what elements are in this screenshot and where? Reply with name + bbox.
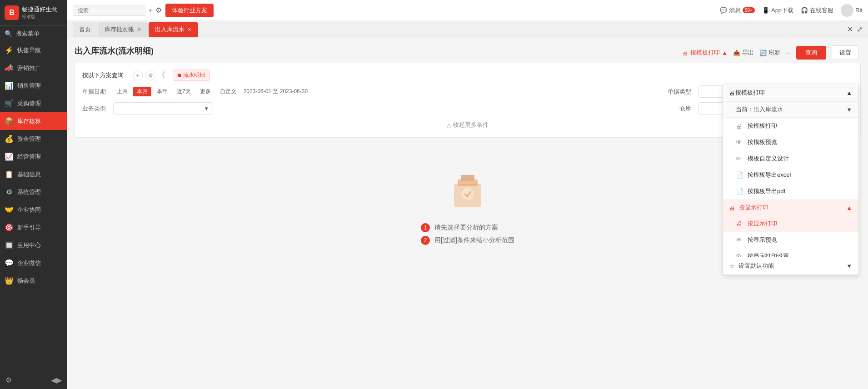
tabbar: 首页 库存批次账 ✕ 出入库流水 ✕ ✕ ⤢: [67, 21, 868, 38]
message-button[interactable]: 💬 消息 99+: [720, 6, 755, 15]
industry-solution-button[interactable]: 体验行业方案: [165, 4, 214, 17]
query-button[interactable]: 查询: [796, 46, 826, 60]
date-btn-7days[interactable]: 近7天: [173, 87, 195, 96]
message-icon: 💬: [720, 7, 727, 14]
empty-illustration: [445, 170, 490, 216]
template-print-icon: 🖨: [736, 122, 744, 130]
dropdown-item-template-print[interactable]: 🖨 按模板打印: [723, 118, 858, 134]
settings-icon[interactable]: ⚙: [5, 376, 12, 384]
toolbar: 🖨 按模板打印 ▲ 📤 导出 🔄 刷新 ··· 查询 设置: [683, 45, 859, 60]
dropdown-item-display-print[interactable]: 🖨 按显示打印: [723, 215, 858, 232]
dropdown-item-template-pdf[interactable]: 📄 按模板导出pdf: [723, 183, 858, 199]
tab-batch-account[interactable]: 库存批次账 ✕: [98, 22, 148, 37]
topbar-search-input[interactable]: [73, 5, 145, 16]
logo-text: 畅捷通好生意 标准版: [22, 5, 57, 20]
app-logo: B 畅捷通好生意 标准版: [0, 0, 67, 26]
empty-step-2: 2 用[过滤]条件来缩小分析范围: [421, 236, 514, 245]
operation-icon: 📈: [5, 152, 14, 161]
sidebar-item-wechat[interactable]: 💬 企业微信: [0, 254, 67, 272]
filter-tag[interactable]: 流水明细: [173, 70, 210, 81]
filter-gear-button[interactable]: ⚙: [145, 70, 155, 80]
svg-point-3: [461, 188, 474, 200]
member-icon: 👑: [5, 276, 14, 285]
sidebar-bottom: ⚙ ◀▶: [0, 371, 67, 389]
sidebar-item-basic[interactable]: 📋 基础信息: [0, 165, 67, 183]
phone-icon: 📱: [762, 7, 769, 14]
topbar: ▾ ⚙ 体验行业方案 💬 消息 99+ 📱 App下载 🎧 在线客服 Rit: [67, 0, 868, 21]
sidebar-item-finance[interactable]: 💰 资金管理: [0, 130, 67, 148]
close-window-icon[interactable]: ✕: [847, 25, 853, 34]
sidebar-item-quick-nav[interactable]: ⚡ 快捷导航: [0, 41, 67, 59]
dropdown-item-template-design[interactable]: ✏ 模板自定义设计: [723, 150, 858, 167]
marketing-icon: 📣: [5, 64, 14, 72]
business-type-select[interactable]: ▾: [113, 102, 213, 115]
user-avatar[interactable]: Rit: [841, 4, 863, 17]
expand-window-icon[interactable]: ⤢: [857, 25, 863, 34]
system-icon: ⚙: [5, 188, 14, 196]
date-btn-more[interactable]: 更多: [196, 87, 215, 96]
expand-arrow-icon: ▲: [722, 50, 728, 56]
display-settings-icon: ⚙: [736, 253, 744, 257]
display-print-item-icon: 🖨: [736, 220, 744, 227]
filter-add-button[interactable]: +: [133, 70, 143, 80]
dropdown-item-display-preview[interactable]: 👁 按显示预览: [723, 232, 858, 248]
sidebar: B 畅捷通好生意 标准版 🔍 搜索菜单 ⚡ 快捷导航 📣 营销推广 📊 销售管理…: [0, 0, 67, 389]
display-print-icon: 🖨: [729, 204, 735, 211]
date-btn-this-month[interactable]: 本月: [133, 87, 151, 96]
dropdown-item-display-settings[interactable]: ⚙ 按显示打印设置: [723, 248, 858, 257]
filter-collapse-button[interactable]: 《: [158, 70, 165, 80]
dropdown-item-template-preview[interactable]: 👁 按模板预览: [723, 134, 858, 150]
date-btn-this-year[interactable]: 本年: [153, 87, 171, 96]
page-content: 出入库流水(流水明细) 🖨 按模板打印 ▲ 📤 导出 🔄 刷新 ··· 查询 设…: [67, 38, 868, 389]
settings-button[interactable]: 设置: [832, 45, 859, 60]
dropdown-expand-icon[interactable]: ▲: [846, 90, 852, 96]
dropdown-header: 🖨 按模板打印 ▲: [723, 84, 858, 102]
online-service-button[interactable]: 🎧 在线客服: [801, 6, 833, 15]
purchase-icon: 🛒: [5, 99, 14, 108]
tab-flow[interactable]: 出入库流水 ✕: [149, 22, 198, 37]
date-btn-custom[interactable]: 自定义: [216, 87, 240, 96]
display-preview-icon: 👁: [736, 236, 744, 244]
tab-flow-close[interactable]: ✕: [187, 26, 192, 33]
wechat-icon: 💬: [5, 259, 14, 267]
finance-icon: 💰: [5, 135, 14, 143]
print-icon: 🖨: [683, 50, 688, 56]
sidebar-item-inventory[interactable]: 📦 库存核算: [0, 112, 67, 130]
sidebar-item-operation[interactable]: 📈 经营管理: [0, 148, 67, 165]
app-download-button[interactable]: 📱 App下载: [762, 6, 793, 15]
print-template-button[interactable]: 🖨 按模板打印 ▲: [683, 49, 728, 57]
sales-icon: 📊: [5, 81, 14, 90]
sidebar-item-member[interactable]: 👑 畅会员: [0, 272, 67, 289]
dropdown-current-item[interactable]: 当前：出入库流水 ▼: [723, 102, 858, 118]
topbar-gear-icon[interactable]: ⚙: [155, 6, 162, 15]
collapse-icon[interactable]: ◀▶: [51, 376, 62, 384]
print-header-icon: 🖨: [729, 90, 735, 96]
avatar-image: [841, 4, 853, 17]
toolbar-ellipsis[interactable]: ···: [786, 50, 791, 56]
tab-batch-account-close[interactable]: ✕: [137, 26, 141, 33]
template-excel-icon: 📄: [736, 171, 744, 179]
topbar-left: ▾ ⚙ 体验行业方案: [73, 4, 720, 17]
sidebar-item-app-center[interactable]: 🔲 应用中心: [0, 236, 67, 254]
export-button[interactable]: 📤 导出: [733, 49, 754, 57]
date-btn-last-month[interactable]: 上月: [113, 87, 131, 96]
display-print-section[interactable]: 🖨 按显示打印 ▲: [723, 200, 858, 215]
topbar-search-arrow[interactable]: ▾: [149, 7, 152, 14]
sidebar-item-enterprise[interactable]: 🤝 企业协同: [0, 201, 67, 219]
footer-arrow-icon: ▼: [846, 263, 852, 269]
current-arrow-icon: ▼: [846, 106, 852, 113]
export-icon: 📤: [733, 50, 740, 56]
sidebar-item-purchase[interactable]: 🛒 采购管理: [0, 95, 67, 112]
sidebar-item-newbie[interactable]: 🎯 新手引导: [0, 219, 67, 236]
newbie-icon: 🎯: [5, 223, 14, 232]
refresh-button[interactable]: 🔄 刷新: [759, 49, 780, 57]
sidebar-item-system[interactable]: ⚙ 系统管理: [0, 183, 67, 201]
dropdown-item-template-excel[interactable]: 📄 按模板导出excel: [723, 167, 858, 183]
dropdown-footer[interactable]: ☆ 设置默认功能 ▼: [723, 257, 858, 274]
tab-home[interactable]: 首页: [73, 22, 97, 37]
sidebar-item-marketing[interactable]: 📣 营销推广: [0, 59, 67, 77]
sidebar-search[interactable]: 🔍 搜索菜单: [0, 26, 67, 41]
search-icon: 🔍: [5, 30, 12, 37]
template-preview-icon: 👁: [736, 139, 744, 146]
sidebar-item-sales[interactable]: 📊 销售管理: [0, 77, 67, 95]
